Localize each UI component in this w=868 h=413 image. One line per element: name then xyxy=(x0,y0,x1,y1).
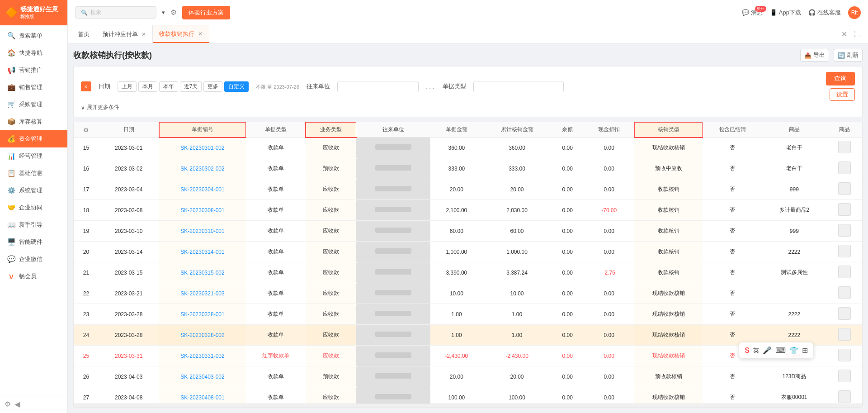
table-row[interactable]: 172023-03-04SK-20230304-001收款单应收款20.0020… xyxy=(74,179,862,200)
cell-doc-no[interactable]: SK-20230314-001 xyxy=(159,242,246,262)
cell-num: 17 xyxy=(74,179,99,200)
keyboard-icon[interactable]: ⌨ xyxy=(775,346,786,355)
guide-icon: 📖 xyxy=(7,221,15,229)
table-row[interactable]: 232023-03-28SK-20230328-001收款单应收款1.001.0… xyxy=(74,304,862,325)
sidebar-item-inventory[interactable]: 📦 库存核算 xyxy=(0,113,67,130)
doc-no-link[interactable]: SK-20230301-002 xyxy=(180,145,224,151)
sidebar-collapse-icon[interactable]: ◀ xyxy=(14,400,20,408)
cell-doc-no[interactable]: SK-20230328-001 xyxy=(159,304,246,325)
filter-this-year[interactable]: 本年 xyxy=(159,81,178,92)
filter-custom[interactable]: 自定义 xyxy=(224,81,249,92)
cell-doc-no[interactable]: SK-20230302-002 xyxy=(159,158,246,179)
doc-no-link[interactable]: SK-20230403-002 xyxy=(180,374,224,380)
export-button[interactable]: 📤 导出 xyxy=(800,49,829,62)
filter-last-month[interactable]: 上月 xyxy=(118,81,137,92)
doc-no-link[interactable]: SK-20230408-001 xyxy=(180,394,224,401)
filter-settings-button[interactable]: 设置 xyxy=(830,88,855,101)
cell-cum-amount: 1,000.00 xyxy=(483,242,551,262)
user-avatar[interactable]: Rit xyxy=(848,6,861,19)
cell-product2 xyxy=(826,325,862,346)
filter-this-month[interactable]: 本月 xyxy=(138,81,157,92)
sidebar-item-system[interactable]: ⚙️ 系统管理 xyxy=(0,182,67,199)
filter-query-button[interactable]: 查询 xyxy=(826,72,855,85)
sidebar-item-guide[interactable]: 📖 新手引导 xyxy=(0,216,67,233)
filter-more[interactable]: 更多 xyxy=(203,81,222,92)
tab-expand-icon[interactable]: ⛶ xyxy=(852,28,863,40)
sidebar-item-hardware[interactable]: 🖥️ 智能硬件 xyxy=(0,233,67,251)
refresh-button[interactable]: 🔄 刷新 xyxy=(834,49,863,62)
tab-receipt[interactable]: 收款核销执行 ✕ xyxy=(153,25,209,43)
microphone-icon[interactable]: 🎤 xyxy=(763,346,772,355)
sidebar-item-quick[interactable]: 🏠 快捷导航 xyxy=(0,44,67,62)
doc-no-link[interactable]: SK-20230321-003 xyxy=(180,290,224,297)
cell-doc-no[interactable]: SK-20230315-002 xyxy=(159,262,246,283)
sidebar-item-wechat[interactable]: 💬 企业微信 xyxy=(0,251,67,268)
solution-button[interactable]: 体验行业方案 xyxy=(182,6,230,19)
doc-no-link[interactable]: SK-20230304-001 xyxy=(180,186,224,193)
topbar-gear-icon[interactable]: ⚙ xyxy=(170,8,177,17)
cell-doc-no[interactable]: SK-20230304-001 xyxy=(159,179,246,200)
grid-icon[interactable]: ⊞ xyxy=(802,346,808,355)
cell-doc-no[interactable]: SK-20230403-002 xyxy=(159,366,246,387)
table-row[interactable]: 202023-03-14SK-20230314-001收款单应收款1,000.0… xyxy=(74,242,862,262)
topbar-search-box[interactable]: 🔍 搜索 xyxy=(75,6,156,19)
sidebar-item-corp[interactable]: 🤝 企业协同 xyxy=(0,199,67,216)
table-row[interactable]: 182023-03-08SK-20230308-001收款单应收款2,100.0… xyxy=(74,200,862,221)
shirt-icon[interactable]: 👕 xyxy=(789,346,798,355)
doc-no-link[interactable]: SK-20230328-002 xyxy=(180,332,224,338)
doc-no-link[interactable]: SK-20230308-001 xyxy=(180,207,224,214)
sidebar-item-member[interactable]: V 畅会员 xyxy=(0,268,67,285)
doc-no-link[interactable]: SK-20230331-002 xyxy=(180,353,224,359)
filter-partner-input[interactable] xyxy=(337,81,419,92)
doc-no-link[interactable]: SK-20230328-001 xyxy=(180,311,224,318)
sidebar-item-basic[interactable]: 📋 基础信息 xyxy=(0,165,67,182)
table-row[interactable]: 192023-03-10SK-20230310-001收款单应收款60.0060… xyxy=(74,221,862,242)
topbar-dropdown[interactable]: ▾ xyxy=(162,9,165,16)
table-row[interactable]: 272023-04-08SK-20230408-001收款单应收款100.001… xyxy=(74,387,862,404)
tab-close-all-icon[interactable]: ✕ xyxy=(840,28,849,40)
tab-receipt-close[interactable]: ✕ xyxy=(198,31,203,37)
sidebar-item-search[interactable]: 🔍 搜索菜单 xyxy=(0,27,67,44)
app-download-button[interactable]: 📱 App下载 xyxy=(770,9,801,17)
tab-home[interactable]: 首页 xyxy=(71,25,96,43)
sidebar-item-sales[interactable]: 💼 销售管理 xyxy=(0,79,67,96)
tab-prepay-close[interactable]: ✕ xyxy=(142,31,146,38)
filter-partner-dots[interactable]: ... xyxy=(426,82,435,91)
tab-prepay[interactable]: 预计冲应付单 ✕ xyxy=(96,25,153,43)
cell-doc-no[interactable]: SK-20230408-001 xyxy=(159,387,246,404)
filter-doctype-select[interactable] xyxy=(473,81,564,92)
filter-expand-button[interactable]: ∨ 展开更多条件 xyxy=(81,104,855,111)
cell-doc-no[interactable]: SK-20230328-002 xyxy=(159,325,246,346)
filter-7days[interactable]: 近7天 xyxy=(180,81,202,92)
cell-doc-no[interactable]: SK-20230310-001 xyxy=(159,221,246,242)
service-button[interactable]: 🎧 在线客服 xyxy=(808,9,841,17)
cell-doc-no[interactable]: SK-20230331-002 xyxy=(159,346,246,366)
doc-no-link[interactable]: SK-20230310-001 xyxy=(180,228,224,234)
partner-blurred xyxy=(375,332,411,337)
table-row[interactable]: 152023-03-01SK-20230301-002收款单应收款360.003… xyxy=(74,138,862,158)
cell-doc-no[interactable]: SK-20230321-003 xyxy=(159,283,246,304)
table-scroll[interactable]: ⚙ 日期 单据编号 单据类型 业务类型 往来单位 单据金额 累计核销金额 余额 … xyxy=(74,122,862,404)
table-row[interactable]: 262023-04-03SK-20230403-002收款单预收款20.0020… xyxy=(74,366,862,387)
cell-doc-no[interactable]: SK-20230308-001 xyxy=(159,200,246,221)
sidebar-item-marketing[interactable]: 📢 营销推广 xyxy=(0,62,67,79)
doc-no-link[interactable]: SK-20230302-002 xyxy=(180,166,224,172)
message-button[interactable]: 💬 消息 99+ xyxy=(742,9,763,17)
table-row[interactable]: 212023-03-15SK-20230315-002收款单应收款3,390.0… xyxy=(74,262,862,283)
cell-cash-discount: 0.00 xyxy=(584,221,634,242)
cell-doc-no[interactable]: SK-20230301-002 xyxy=(159,138,246,158)
sidebar-item-finance[interactable]: 💰 资金管理 xyxy=(0,130,67,147)
filter-toggle-button[interactable]: » xyxy=(81,81,91,91)
sidebar-bottom: ⚙ ◀ xyxy=(0,395,67,413)
cell-product xyxy=(762,283,826,304)
sidebar-item-purchase[interactable]: 🛒 采购管理 xyxy=(0,96,67,113)
th-partner: 往来单位 xyxy=(356,122,430,138)
th-gear[interactable]: ⚙ xyxy=(74,122,99,138)
doc-no-link[interactable]: SK-20230315-002 xyxy=(180,270,224,276)
sidebar-settings-icon[interactable]: ⚙ xyxy=(5,400,11,408)
table-row[interactable]: 222023-03-21SK-20230321-003收款单应收款10.0010… xyxy=(74,283,862,304)
doc-no-link[interactable]: SK-20230314-001 xyxy=(180,249,224,255)
table-row[interactable]: 162023-03-02SK-20230302-002收款单预收款333.003… xyxy=(74,158,862,179)
horizontal-scrollbar[interactable] xyxy=(74,404,862,407)
sidebar-item-operation[interactable]: 📊 经营管理 xyxy=(0,147,67,165)
